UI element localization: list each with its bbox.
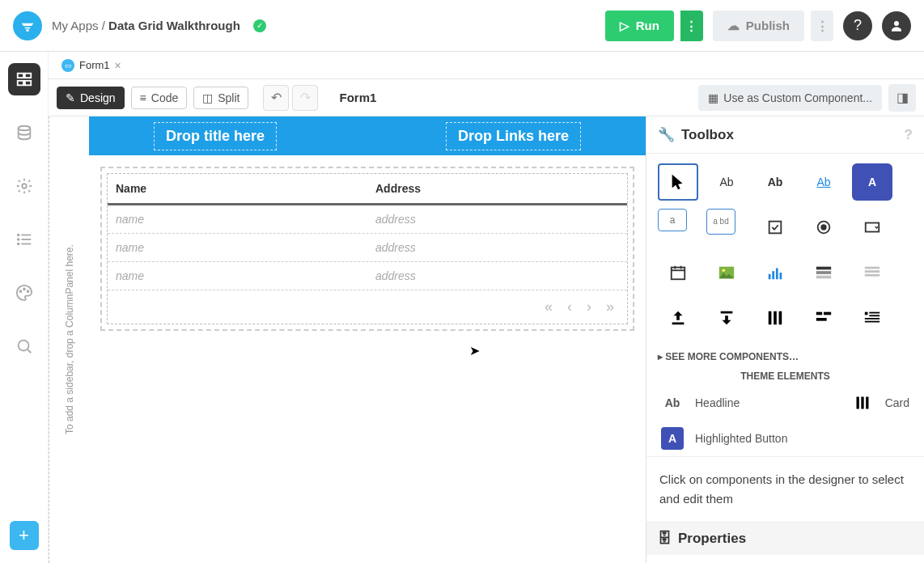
svg-point-0 xyxy=(894,21,899,26)
svg-rect-35 xyxy=(865,267,879,269)
tool-flow-panel[interactable] xyxy=(803,299,844,337)
svg-rect-47 xyxy=(869,312,879,314)
svg-rect-42 xyxy=(779,311,782,325)
grid-header-name[interactable]: Name xyxy=(108,174,367,203)
design-toggle[interactable]: ✎ Design xyxy=(57,87,125,109)
rail-settings[interactable] xyxy=(8,170,40,202)
play-icon: ▷ xyxy=(620,19,629,33)
svg-line-17 xyxy=(28,349,31,353)
grid-cell: name xyxy=(108,234,367,261)
run-button[interactable]: ▷ Run xyxy=(605,11,674,41)
design-surface[interactable]: Drop title here Drop Links here Name Add… xyxy=(89,116,646,563)
rail-add-button[interactable]: + xyxy=(10,521,39,550)
code-toggle[interactable]: ≡ Code xyxy=(131,87,188,109)
tool-pointer[interactable] xyxy=(658,163,698,201)
svg-rect-18 xyxy=(769,222,782,234)
svg-rect-48 xyxy=(869,315,879,316)
grid-row[interactable]: name address xyxy=(108,205,627,234)
grid-header-row: Name Address xyxy=(108,174,627,205)
tool-label[interactable]: Ab xyxy=(706,163,747,201)
see-more-components[interactable]: ▸ SEE MORE COMPONENTS… xyxy=(646,346,924,367)
toolbox-panel: 🔧 Toolbox ? Ab Ab Ab A a a bd xyxy=(646,116,924,563)
app-header: My Apps / Data Grid Walkthrough ✓ ▷ Run … xyxy=(0,0,924,52)
form-icon: ▭ xyxy=(61,59,74,72)
split-toggle[interactable]: ◫ Split xyxy=(193,87,248,109)
drop-links-zone[interactable]: Drop Links here xyxy=(446,122,581,150)
tool-dropdown[interactable] xyxy=(852,209,892,246)
tool-plot[interactable] xyxy=(755,254,795,291)
rail-app-browser[interactable] xyxy=(8,63,40,95)
tool-textarea[interactable]: a bd xyxy=(706,209,735,235)
toolbox-help-icon[interactable]: ? xyxy=(905,127,913,143)
svg-rect-33 xyxy=(816,271,831,274)
theme-headline[interactable]: Headline xyxy=(695,396,740,409)
publish-more-button[interactable]: ⋮ xyxy=(811,11,833,41)
svg-rect-31 xyxy=(780,273,782,279)
custom-component-button[interactable]: ▦ Use as Custom Component... xyxy=(698,85,882,111)
anvil-logo[interactable] xyxy=(13,11,42,40)
tool-textbox[interactable]: a xyxy=(658,209,687,231)
toolbox-title-row: 🔧 Toolbox ? xyxy=(646,116,924,154)
code-icon: ≡ xyxy=(140,91,146,104)
svg-rect-39 xyxy=(721,311,733,314)
dock-panel-button[interactable]: ◨ xyxy=(888,84,916,112)
highlighted-button-icon: A xyxy=(661,427,684,450)
page-next-icon[interactable]: › xyxy=(587,298,591,315)
run-more-button[interactable]: ⋮ xyxy=(680,11,703,41)
tool-download[interactable] xyxy=(706,299,747,337)
rail-search[interactable] xyxy=(8,330,40,362)
sidebar-drop-zone[interactable]: To add a sidebar, drop a ColumnPanel her… xyxy=(49,116,89,563)
account-button[interactable] xyxy=(882,11,911,40)
drop-title-zone[interactable]: Drop title here xyxy=(154,122,277,150)
tool-radio[interactable] xyxy=(803,209,844,246)
svg-rect-52 xyxy=(861,397,863,409)
help-button[interactable]: ? xyxy=(843,11,872,40)
grid-row[interactable]: name address xyxy=(108,262,627,290)
tool-checkbox[interactable] xyxy=(755,209,795,246)
publish-button[interactable]: ☁ Publish xyxy=(713,11,804,41)
tab-label: Form1 xyxy=(79,59,110,71)
tool-button[interactable]: A xyxy=(852,163,892,201)
grid-row[interactable]: name address xyxy=(108,234,627,262)
grid-header-address[interactable]: Address xyxy=(367,174,627,203)
redo-button[interactable]: ↷ xyxy=(292,85,318,111)
rail-list[interactable] xyxy=(8,223,40,256)
designer-hint: Click on components in the designer to s… xyxy=(646,456,924,523)
tool-richtext[interactable] xyxy=(852,299,892,337)
rail-theme[interactable] xyxy=(8,277,40,309)
svg-point-10 xyxy=(17,235,19,236)
tool-repeating-panel[interactable] xyxy=(852,254,892,291)
split-icon: ◫ xyxy=(202,91,213,104)
svg-rect-28 xyxy=(769,274,771,279)
properties-panel-header[interactable]: 🗄 Properties xyxy=(646,523,924,555)
svg-point-11 xyxy=(17,239,19,240)
form-name-label: Form1 xyxy=(339,91,376,104)
undo-button[interactable]: ↶ xyxy=(263,85,289,111)
tool-link[interactable]: Ab xyxy=(803,163,844,201)
properties-label: Properties xyxy=(678,531,746,547)
theme-highlighted-button[interactable]: Highlighted Button xyxy=(695,432,787,445)
data-grid[interactable]: Name Address name address name address xyxy=(107,173,628,324)
tool-datepicker[interactable] xyxy=(658,254,698,291)
page-first-icon[interactable]: « xyxy=(545,298,553,315)
page-prev-icon[interactable]: ‹ xyxy=(567,298,572,315)
tool-fileloader[interactable] xyxy=(658,299,698,337)
content-card[interactable]: Name Address name address name address xyxy=(100,167,634,331)
tab-close-icon[interactable]: × xyxy=(115,59,121,72)
tool-column-panel[interactable] xyxy=(755,299,795,337)
svg-rect-45 xyxy=(816,318,827,321)
tool-image[interactable] xyxy=(706,254,747,291)
breadcrumb-current[interactable]: Data Grid Walkthrough xyxy=(108,19,240,32)
svg-rect-32 xyxy=(816,267,831,270)
theme-card[interactable]: Card xyxy=(885,396,909,409)
page-last-icon[interactable]: » xyxy=(606,298,614,315)
svg-point-16 xyxy=(18,341,28,351)
tool-bold-label[interactable]: Ab xyxy=(755,163,795,201)
svg-point-27 xyxy=(723,269,726,272)
breadcrumb-root[interactable]: My Apps xyxy=(52,19,99,32)
tab-form1[interactable]: ▭ Form1 × xyxy=(55,56,128,75)
tool-datagrid[interactable] xyxy=(803,254,844,291)
rail-data[interactable] xyxy=(8,116,40,149)
main-area: + ▭ Form1 × ✎ Design ≡ Code ◫ Split xyxy=(0,52,924,563)
component-icon: ▦ xyxy=(708,91,718,104)
